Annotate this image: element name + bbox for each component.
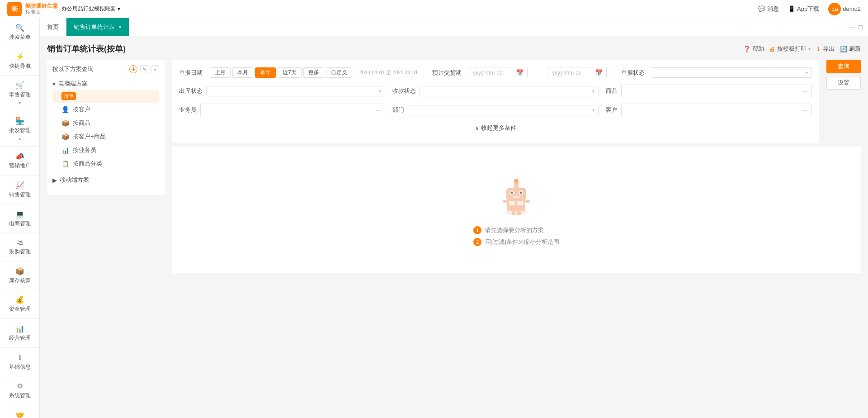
scheme-item-by-customer-product[interactable]: 📦 按客户+商品 (52, 130, 159, 143)
sidebar-item-marketing[interactable]: 📣 营销推广 (0, 147, 39, 176)
scheme-edit-button[interactable]: ✎ (140, 65, 148, 73)
collapse-button[interactable]: ∧ 收起更多条件 (475, 124, 516, 132)
sidebar-item-search[interactable]: 🔍 搜索菜单 (0, 18, 39, 47)
sidebar-item-system[interactable]: ⚙ 系统管理 (0, 376, 39, 405)
sub-title: 标准版 (25, 9, 58, 15)
payment-select[interactable]: ▾ (420, 86, 599, 96)
salesperson-group: 业务员 ··· (179, 104, 385, 116)
date-btn-7days[interactable]: 近7天 (278, 67, 302, 78)
tab-close-icon[interactable]: × (118, 24, 122, 30)
tab-home[interactable]: 首页 (40, 18, 66, 36)
right-filter-area: 单据日期 上月 本月 本年 近7天 更多 自定义 (172, 60, 819, 143)
scheme-item-by-product[interactable]: 📦 按商品 (52, 116, 159, 130)
scheme-item-by-salesperson[interactable]: 📊 按业务员 (52, 143, 159, 157)
scheme-item-by-customer[interactable]: 👤 按客户 (52, 103, 159, 116)
sidebar-item-basic[interactable]: ℹ 基础信息 (0, 348, 39, 377)
sidebar-item-wholesale[interactable]: 🏪 批发管理 ▴ (0, 111, 39, 147)
nav-icon: ⚡ (15, 52, 24, 61)
title-dropdown[interactable]: 办公用品行业模拟账套 ▾ (61, 5, 120, 13)
sidebar-item-enterprise[interactable]: 🤝 企业协同 (0, 405, 39, 418)
date-btn-this-year[interactable]: 本年 (255, 67, 276, 78)
customer-label: 客户 (606, 106, 618, 114)
customer-scheme-icon: 👤 (61, 106, 69, 113)
help-button[interactable]: ❓ 帮助 (743, 45, 764, 53)
scheme-item-by-category[interactable]: 📋 按商品分类 (52, 157, 159, 171)
svg-rect-6 (512, 211, 515, 215)
help-icon: ❓ (743, 46, 750, 52)
sidebar-item-purchase[interactable]: 🛍 采购管理 (0, 233, 39, 261)
export-icon: ⬇ (816, 46, 821, 52)
salesperson-scheme-icon: 📊 (61, 147, 69, 154)
dept-select[interactable]: ▾ (408, 105, 599, 115)
scheme-mobile-toggle[interactable]: ▶ 移动端方案 (52, 174, 159, 186)
user-profile[interactable]: Ea demo2 (828, 3, 861, 15)
scheme-item-by-order[interactable]: 按单 (52, 90, 159, 103)
payment-label: 收款状态 (392, 87, 416, 95)
topbar-left: 畅 畅捷通好生意 标准版 办公用品行业模拟账套 ▾ (7, 2, 120, 16)
svg-rect-8 (506, 188, 526, 200)
salesperson-label: 业务员 (179, 106, 197, 114)
query-button[interactable]: 查询 (826, 60, 861, 73)
message-button[interactable]: 💬 消息 (758, 5, 779, 13)
empty-hint-1: 1 请先选择要分析的方案 (473, 226, 559, 234)
sidebar-item-sales[interactable]: 📈 销售管理 (0, 176, 39, 204)
refresh-button[interactable]: 🔄 刷新 (840, 45, 861, 53)
svg-rect-5 (525, 200, 530, 203)
download-icon: 📱 (788, 5, 795, 12)
operations-icon: 📊 (15, 324, 24, 333)
main-content-row: 按以下方案查询 + ✎ « ▾ 电脑端方案 (47, 60, 861, 273)
scheme-panel-header: 按以下方案查询 + ✎ « (52, 65, 159, 73)
scheme-section-toggle[interactable]: ▾ 电脑端方案 (52, 78, 159, 90)
svg-point-12 (520, 192, 522, 194)
export-button[interactable]: ⬇ 导出 (816, 45, 835, 53)
filter-row-3: 业务员 ··· 部门 ▾ (179, 104, 812, 116)
sidebar-item-retail[interactable]: 🛒 零售管理 ▾ (0, 76, 39, 111)
date-btn-more[interactable]: 更多 (303, 67, 324, 78)
chevron-up-icon: ▴ (19, 136, 21, 141)
app-download-button[interactable]: 📱 App下载 (788, 5, 819, 13)
tab-minimize-icon[interactable]: — (849, 24, 855, 31)
date-filter-row: 单据日期 上月 本月 本年 近7天 更多 自定义 (179, 67, 812, 78)
date-btn-custom[interactable]: 自定义 (326, 67, 352, 78)
scheme-add-button[interactable]: + (129, 65, 137, 73)
section-triangle-icon: ▾ (52, 81, 56, 87)
action-btn-group: 查询 设置 (826, 60, 861, 90)
customer-input[interactable]: ··· (621, 104, 812, 116)
sidebar-item-finance[interactable]: 💰 资金管理 (0, 290, 39, 319)
tab-sales-order-stats[interactable]: 销售订单统计表 × (66, 18, 129, 36)
svg-rect-2 (509, 201, 515, 205)
sidebar: 🔍 搜索菜单 ⚡ 快捷导航 🛒 零售管理 ▾ 🏪 批发管理 ▴ 📣 营销推广 📈… (0, 18, 40, 418)
sidebar-item-inventory[interactable]: 📦 库存核算 (0, 261, 39, 290)
filter-row-2: 出库状态 ▾ 收款状态 (179, 85, 812, 97)
date-label: 单据日期 (179, 69, 203, 77)
salesperson-input[interactable]: ··· (200, 104, 385, 116)
sidebar-item-nav[interactable]: ⚡ 快捷导航 (0, 47, 39, 76)
delivery-select[interactable]: ▾ (206, 86, 385, 96)
calendar-from-icon: 📅 (516, 69, 524, 76)
sidebar-item-operations[interactable]: 📊 经营管理 (0, 319, 39, 348)
empty-hints: 1 请先选择要分析的方案 2 用[过滤]条件来缩小分析范围 (473, 226, 559, 246)
topbar: 畅 畅捷通好生意 标准版 办公用品行业模拟账套 ▾ 💬 消息 📱 App下载 E… (0, 0, 868, 18)
sidebar-item-ecommerce[interactable]: 💻 电商管理 (0, 204, 39, 233)
product-group: 商品 ··· (606, 85, 812, 97)
expected-date-from[interactable]: yyyy-mm-dd 📅 (469, 67, 528, 78)
main-layout: 🔍 搜索菜单 ⚡ 快捷导航 🛒 零售管理 ▾ 🏪 批发管理 ▴ 📣 营销推广 📈… (0, 18, 868, 418)
settings-button[interactable]: 设置 (826, 76, 861, 90)
sales-icon: 📈 (15, 181, 24, 190)
date-btn-this-month[interactable]: 本月 (232, 67, 253, 78)
salesperson-more-icon: ··· (376, 106, 381, 114)
wholesale-icon: 🏪 (15, 117, 24, 125)
scheme-collapse-button[interactable]: « (151, 65, 159, 73)
tab-maximize-icon[interactable]: □ (859, 24, 863, 31)
print-button[interactable]: 🖨 按模板打印 ▾ (769, 45, 811, 53)
date-range-display: 2023-01-01 至 2023-12-31 (359, 69, 418, 76)
collapse-up-icon: ∧ (475, 125, 479, 132)
date-btn-last-month[interactable]: 上月 (210, 67, 231, 78)
scheme-pc-section: ▾ 电脑端方案 按单 👤 按客户 📦 (52, 78, 159, 171)
status-select[interactable]: ▾ (652, 67, 812, 78)
product-input[interactable]: ··· (621, 85, 812, 97)
svg-rect-3 (517, 201, 524, 205)
print-dropdown-icon: ▾ (808, 47, 811, 52)
expected-date-to[interactable]: yyyy-mm-dd 📅 (548, 67, 607, 78)
purchase-icon: 🛍 (16, 238, 24, 247)
